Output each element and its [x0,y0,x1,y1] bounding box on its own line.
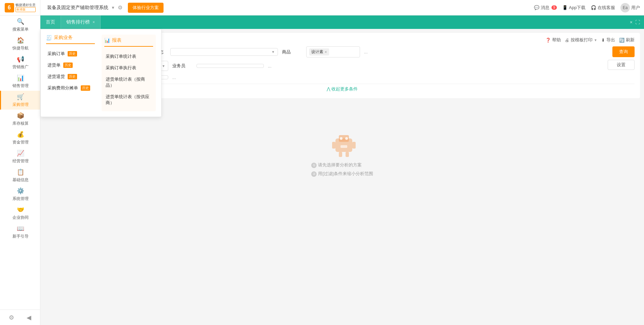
purchase-expense-label: 采购费用分摊单 [47,85,78,91]
print-btn[interactable]: 🖨 按模板打印 ▼ [565,37,597,43]
online-service-btn[interactable]: 🎧 在线客服 [591,5,615,11]
tab-sales-rank-close[interactable]: × [93,20,95,25]
empty-hint1: 请先选择要分析的方案 [318,162,362,167]
home-icon: 🏠 [17,37,24,44]
sidebar-item-sales[interactable]: 📊 销售管理 [0,72,40,91]
message-badge: 9 [551,5,557,10]
print-arrow[interactable]: ▼ [594,38,597,42]
search-icon: 🔍 [17,18,24,25]
sidebar-item-purchase-label: 采购管理 [12,102,29,108]
settings-icon[interactable]: ⚙ [118,4,122,11]
tab-bar: 首页 销售排行榜 × × ⛶ [40,15,644,29]
goods-receipt-item[interactable]: 进货单 历史 [46,59,95,71]
sidebar-item-operations[interactable]: 📈 经营管理 [0,147,40,166]
goods-receipt-stats-by-goods-item[interactable]: 进货单统计表（按商品） [104,74,153,91]
export-btn[interactable]: ⬇ 导出 [601,37,615,43]
goods-return-hist: 历史 [68,74,77,79]
header-right: 💬 消息 9 📱 App下载 🎧 在线客服 Ea 用户 [534,3,640,12]
sidebar-item-guide[interactable]: 📖 新手引导 [0,222,40,241]
svg-rect-4 [341,145,347,148]
query-button[interactable]: 查询 [612,46,635,57]
purchase-order-exec-item[interactable]: 采购订单执行表 [104,62,153,74]
goods-ellipsis[interactable]: ... [364,49,368,54]
sidebar-menu: 🔍 搜索菜单 🏠 快捷导航 📢 营销推广 📊 销售管理 🛒 采购管理 📦 库存核… [0,15,40,310]
goods-tag-close[interactable]: × [325,50,327,54]
message-btn[interactable]: 💬 消息 9 [534,5,557,11]
collapse-icon: ⋀ [327,86,330,91]
settings-bottom-icon[interactable]: ⚙ [9,314,14,321]
sidebar-item-enterprise[interactable]: 🤝 企业协同 [0,204,40,222]
industry-btn[interactable]: 体验行业方案 [128,3,164,13]
help-btn[interactable]: ❓ 帮助 [545,37,561,43]
sidebar-logo: 6 畅捷通好生意 标准版 [0,0,40,15]
goods-receipt-stats-by-supplier-label: 进货单统计表（按供应商） [106,94,152,106]
voucher-status-select[interactable]: ▼ [170,48,278,56]
sidebar-item-enterprise-label: 企业协同 [12,215,29,220]
goods-receipt-hist: 历史 [63,63,73,68]
rank-arrow: ▼ [162,64,165,68]
enterprise-icon: 🤝 [17,206,24,213]
purchase-order-hist: 历史 [68,51,77,56]
tab-home[interactable]: 首页 [40,15,61,29]
marketing-icon: 📢 [17,55,24,63]
refresh-btn[interactable]: 🔄 刷新 [619,37,635,43]
app-download-label: App下载 [569,5,585,11]
app-download-btn[interactable]: 📱 App下载 [562,5,585,11]
sidebar-item-quick-nav-label: 快捷导航 [12,45,29,51]
svg-point-2 [340,137,343,140]
guide-icon: 📖 [17,225,24,232]
sales-icon: 📊 [17,74,24,82]
sidebar-item-marketing[interactable]: 📢 营销推广 [0,53,40,72]
sidebar-item-basic-info[interactable]: 📋 基础信息 [0,166,40,185]
finance-icon: 💰 [17,131,24,138]
collapse-label: 收起更多条件 [331,86,358,91]
purchase-order-label: 采购订单 [47,51,65,57]
purchase-expense-item[interactable]: 采购费用分摊单 历史 [46,82,95,94]
set-button[interactable]: 设置 [608,60,635,70]
purchase-order-item[interactable]: 采购订单 历史 [46,48,95,59]
empty-illustration [329,128,356,155]
robot-svg [329,128,359,159]
refresh-icon: 🔄 [619,38,624,43]
goods-return-item[interactable]: 进货退货 历史 [46,71,95,82]
tab-sales-rank[interactable]: 销售排行榜 × [61,15,101,29]
print-icon: 🖨 [565,38,569,43]
tab-close-all-icon[interactable]: × [630,19,633,25]
salesperson-ellipsis[interactable]: ... [268,64,272,69]
purchase-report-title: 📊 报表 [104,37,153,47]
salesperson-label: 业务员 [172,63,192,69]
message-label: 消息 [541,5,549,11]
user-btn[interactable]: Ea 用户 [620,3,640,12]
salesperson-select[interactable] [196,64,264,68]
sidebar-item-finance[interactable]: 💰 资金管理 [0,128,40,147]
avatar-initial: Ea [623,5,628,10]
print-label: 按模板打印 [571,37,593,43]
purchase-order-stats-label: 采购订单统计表 [106,53,136,59]
sidebar-item-marketing-label: 营销推广 [12,64,29,70]
purchase-order-stats-item[interactable]: 采购订单统计表 [104,51,153,62]
customer-ellipsis[interactable]: ... [172,75,176,80]
tab-fullscreen-icon[interactable]: ⛶ [635,19,640,25]
system-icon: ⚙️ [17,187,24,195]
operations-icon: 📈 [17,150,24,157]
sidebar-item-guide-label: 新手引导 [12,234,29,239]
sidebar-item-basic-info-label: 基础信息 [12,177,29,183]
sidebar-item-finance-label: 资金管理 [12,139,29,145]
export-label: 导出 [606,37,615,43]
online-service-label: 在线客服 [598,5,615,11]
sidebar-item-purchase[interactable]: 🛒 采购管理 [0,91,40,110]
svg-rect-6 [352,142,356,149]
inventory-icon: 📦 [17,112,24,119]
svg-rect-8 [346,152,349,157]
goods-select[interactable]: 设计素 × [306,46,360,57]
sidebar-item-quick-nav[interactable]: 🏠 快捷导航 [0,34,40,53]
goods-receipt-stats-by-supplier-item[interactable]: 进货单统计表（按供应商） [104,91,153,109]
purchase-dropdown-menu: 🧾 采购业务 采购订单 历史 进货单 历史 进货退货 历史 采购费用分摊单 历史… [40,29,162,117]
purchase-business-title: 🧾 采购业务 [46,35,95,44]
collapse-sidebar-icon[interactable]: ◀ [27,314,31,321]
sidebar-item-inventory[interactable]: 📦 库存核算 [0,110,40,128]
sidebar-item-system[interactable]: ⚙️ 系统管理 [0,185,40,204]
svg-point-3 [345,137,348,140]
system-title-arrow[interactable]: ▼ [111,5,115,10]
sidebar-item-search[interactable]: 🔍 搜索菜单 [0,15,40,34]
